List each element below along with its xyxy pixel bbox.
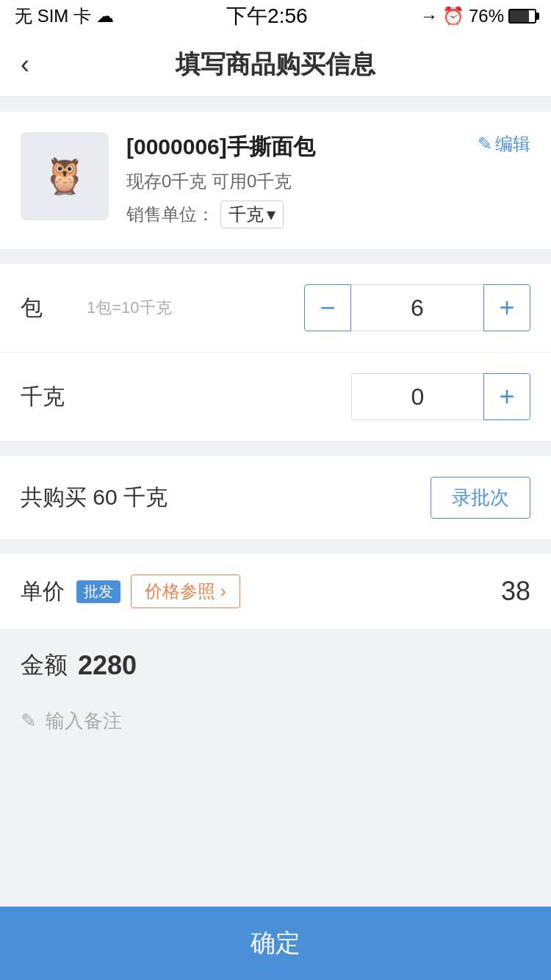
quantity-kg-row: 千克 + <box>0 353 551 442</box>
kg-input[interactable] <box>351 373 483 420</box>
pack-plus-button[interactable]: + <box>483 284 530 331</box>
quantity-pack-row: 包 1包=10千克 − + <box>0 264 551 353</box>
product-logo: 🦉 <box>43 156 87 197</box>
status-bar: 无 SIM 卡 ☁ 下午2:56 → ⏰ 76% <box>0 0 551 32</box>
status-right: → ⏰ 76% <box>420 6 536 26</box>
product-name: [0000006]手撕面包 <box>126 132 530 162</box>
product-unit-row: 销售单位： 千克 ▾ <box>126 201 530 228</box>
price-section: 单价 批发 价格参照 › 38 <box>0 554 551 629</box>
edit-label: 编辑 <box>495 132 530 156</box>
amount-row: 金额 2280 <box>21 649 530 682</box>
product-thumbnail: 🦉 <box>21 132 109 220</box>
kg-plus-button[interactable]: + <box>483 373 530 420</box>
kg-controls: + <box>351 373 530 420</box>
page-title: 填写商品购买信息 <box>176 48 375 82</box>
price-value: 38 <box>501 576 530 607</box>
pack-hint: 1包=10千克 <box>87 297 304 319</box>
price-tag-batch: 批发 <box>76 580 120 603</box>
nav-bar: ‹ 填写商品购买信息 <box>0 32 551 97</box>
chevron-down-icon: ▾ <box>267 204 276 225</box>
pack-minus-button[interactable]: − <box>304 284 351 331</box>
batch-button[interactable]: 录批次 <box>431 477 530 519</box>
product-card: 🦉 [0000006]手撕面包 现存0千克 可用0千克 销售单位： 千克 ▾ ✎… <box>0 112 551 249</box>
battery-percent: 76% <box>469 6 504 26</box>
signal-icon: → <box>420 6 438 26</box>
kg-label: 千克 <box>21 382 79 412</box>
price-ref-button[interactable]: 价格参照 › <box>131 574 240 608</box>
edit-button[interactable]: ✎ 编辑 <box>478 132 530 156</box>
unit-label: 销售单位： <box>126 203 215 226</box>
product-info: [0000006]手撕面包 现存0千克 可用0千克 销售单位： 千克 ▾ <box>126 132 530 228</box>
unit-select[interactable]: 千克 ▾ <box>220 201 284 228</box>
status-time: 下午2:56 <box>226 2 308 30</box>
back-button[interactable]: ‹ <box>21 49 29 80</box>
battery-icon <box>508 9 536 24</box>
remark-placeholder: 输入备注 <box>46 708 122 734</box>
price-label: 单价 <box>21 577 65 607</box>
total-text: 共购买 60 千克 <box>21 483 168 513</box>
pack-input[interactable] <box>351 284 483 331</box>
status-left: 无 SIM 卡 ☁ <box>15 4 114 28</box>
amount-label: 金额 <box>21 649 68 682</box>
sim-label: 无 SIM 卡 ☁ <box>15 4 114 28</box>
confirm-button[interactable]: 确定 <box>0 907 551 980</box>
remark-icon: ✎ <box>21 710 37 732</box>
quantity-section: 包 1包=10千克 − + 千克 + <box>0 264 551 442</box>
amount-value: 2280 <box>78 650 137 681</box>
remark-row[interactable]: ✎ 输入备注 <box>21 696 530 746</box>
alarm-icon: ⏰ <box>442 6 464 26</box>
product-stock: 现存0千克 可用0千克 <box>126 170 530 193</box>
pack-label: 包 <box>21 293 79 323</box>
pack-controls: − + <box>304 284 530 331</box>
total-row: 共购买 60 千克 录批次 <box>0 456 551 539</box>
amount-section: 金额 2280 ✎ 输入备注 <box>0 629 551 746</box>
edit-icon: ✎ <box>478 134 492 154</box>
